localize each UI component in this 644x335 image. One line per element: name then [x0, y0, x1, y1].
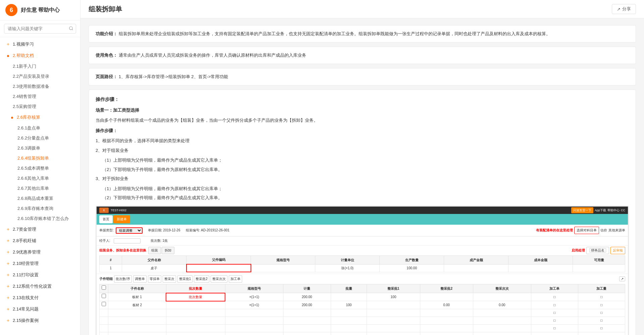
sidebar-item-2-9[interactable]: ＋ 2.9优惠券管理 — [0, 246, 80, 258]
sidebar-item-2-5[interactable]: 2.5采购管理 — [0, 102, 80, 112]
svg-point-0 — [69, 26, 72, 30]
steps-sub-title: 操作步骤： — [96, 127, 629, 134]
sidebar-item-1-label: 1.视频学习 — [13, 41, 34, 47]
mock-tab-active[interactable]: 新建单 — [113, 215, 130, 223]
step3: 3、对于拆卸业务 — [96, 175, 629, 182]
mock-app: 6 TEST-H002 闪速发货一下 App下载 帮助中心 CC — [97, 207, 628, 335]
scene1-desc: 当由多个子件材料组装成一个成品的业务为【组装】业务，当由一个父件拆分成多个子产品… — [96, 116, 629, 124]
plus-icon-2-14: ＋ — [5, 306, 11, 312]
role-label: 使用角色： — [96, 53, 117, 58]
sidebar-item-2-13[interactable]: ＋ 2.13在线支付 — [0, 292, 80, 303]
minus-icon-2: ● — [5, 53, 11, 58]
mock-checkbox-all[interactable] — [102, 285, 106, 290]
sidebar-item-2-6-3[interactable]: 2.6.3调拨单 — [0, 143, 80, 153]
mock-nav-header: 首页 新建单 — [97, 214, 628, 225]
plus-icon: ＋ — [5, 42, 11, 47]
function-intro-box: 功能介绍： 组装拆卸单用来处理企业组装或拆卸等加工业务，支持有固定装配清单的产品… — [89, 25, 636, 43]
nav-section: ＋ 1.视频学习 ● 2.帮助文档 2.1新手入门 2.2产品安装及登录 2.3… — [0, 37, 80, 328]
mock-bottom-table: 子件名称 批次数量 规格型号 计量 批量 整采批1 整采批2 整采次次 加工单 — [99, 284, 625, 335]
share-button[interactable]: ↗ 分享 — [612, 4, 636, 14]
sidebar: 6 好生意 帮助中心 ＋ 1.视频学习 ● 2.帮助文档 2.1新手入门 2.2… — [0, 0, 80, 335]
search-button[interactable] — [69, 26, 73, 32]
sidebar-item-2-7[interactable]: ＋ 2.7资金管理 — [0, 224, 80, 235]
plus-icon-2-7: ＋ — [5, 227, 11, 232]
mock-nav-tabs: 首页 新建单 — [99, 215, 130, 223]
annotation-4: 启用处理 — [572, 247, 585, 254]
plus-icon-2-8: ＋ — [5, 238, 11, 243]
sidebar-item-2-6-1[interactable]: 2.6.1盘点单 — [0, 123, 80, 133]
sidebar-item-2[interactable]: ● 2.帮助文档 — [0, 50, 80, 61]
role-box: 使用角色： 通常由生产人员或库管人员完成拆装业务的操作，库管人员确认原材料的出库… — [89, 47, 636, 64]
sidebar-item-2-label: 2.帮助文档 — [13, 53, 34, 59]
mock-row-cb-2[interactable] — [102, 302, 106, 306]
svg-line-1 — [72, 29, 73, 30]
mock-row-cb-1[interactable] — [102, 294, 106, 298]
sidebar-item-2-2-label: 2.2产品安装及登录 — [13, 74, 49, 79]
mock-select-btn[interactable]: 选择对科目单 — [574, 227, 599, 234]
sidebar-item-2-6-6[interactable]: 2.6.6其他入库单 — [0, 173, 80, 183]
step2-sub2: （2）下部明细为子件明细，最终作为原材料生成其它出库单。 — [96, 166, 629, 173]
sidebar-item-2-4-label: 2.4销售管理 — [13, 94, 36, 99]
sidebar-item-2-6-label: 2.6库存核算 — [17, 114, 40, 120]
sidebar-item-2-6-4[interactable]: 2.6.4组装拆卸单 — [0, 153, 80, 163]
sidebar-item-2-8[interactable]: ＋ 2.8手机旺铺 — [0, 235, 80, 246]
sidebar-item-2-1[interactable]: 2.1新手入门 — [0, 61, 80, 71]
plus-icon-2-9: ＋ — [5, 249, 11, 255]
site-title: 好生意 帮助中心 — [21, 7, 60, 14]
sidebar-item-2-6[interactable]: ● 2.6库存核算 — [0, 112, 80, 123]
function-intro-text: 组装拆卸单用来处理企业组装或拆卸等加工业务，支持有固定装配清单的产品加工业务，也… — [119, 31, 550, 36]
sidebar-header: 6 好生意 帮助中心 — [0, 0, 80, 20]
annotation-1: 有装配清单的在这里处理 — [536, 227, 573, 233]
function-intro-label: 功能介绍： — [96, 31, 117, 36]
steps-section: 操作步骤： 场景一：加工类型选择 当由多个子件材料组装成一个成品的业务为【组装】… — [89, 90, 636, 335]
annotation-3: 组装业务、拆卸业务在这里切换 — [99, 247, 146, 254]
sidebar-item-2-6-9[interactable]: 2.6.9库存账本查询 — [0, 204, 80, 214]
main-header: 组装拆卸单 ↗ 分享 — [80, 0, 644, 18]
sidebar-item-2-3-label: 2.3使用前数据准备 — [13, 84, 49, 89]
scene1-title: 场景一：加工类型选择 — [96, 106, 629, 114]
sidebar-item-2-6-7[interactable]: 2.6.7其他出库单 — [0, 183, 80, 193]
sidebar-item-2-4[interactable]: 2.4销售管理 — [0, 92, 80, 102]
sidebar-item-2-12[interactable]: ＋ 2.12系统个性化设置 — [0, 281, 80, 292]
search-bar-container — [0, 20, 80, 37]
minus-icon-2-6: ● — [9, 115, 15, 120]
plus-icon-2-11: ＋ — [5, 272, 11, 278]
page-title: 组装拆卸单 — [89, 5, 122, 14]
sidebar-item-2-14[interactable]: ＋ 2.14常见问题 — [0, 303, 80, 315]
sidebar-item-2-1-label: 2.1新手入门 — [13, 64, 36, 69]
search-input[interactable] — [4, 24, 76, 34]
path-text: 1、库存核算->库存管理->组装拆卸单 2、首页->常用功能 — [119, 74, 228, 79]
mock-person-input[interactable] — [114, 238, 141, 243]
main-content: 组装拆卸单 ↗ 分享 功能介绍： 组装拆卸单用来处理企业组装或拆卸等加工业务，支… — [80, 0, 644, 335]
step3-sub2: （2）下部明细为子件明细，最终作为产成品生成其它入库单。 — [96, 194, 629, 202]
plus-icon-2-13: ＋ — [5, 295, 11, 300]
role-text: 通常由生产人员或库管人员完成拆装业务的操作，库管人员确认原材料的出库和产成品的入… — [119, 53, 306, 58]
sidebar-item-2-11[interactable]: ＋ 2.11打印设置 — [0, 269, 80, 281]
logo: 6 — [5, 4, 17, 16]
content-area: 功能介绍： 组装拆卸单用来处理企业组装或拆卸等加工业务，支持有固定装配清单的产品… — [80, 18, 644, 335]
sidebar-item-2-6-2[interactable]: 2.6.2分量盘点单 — [0, 133, 80, 143]
path-label: 页面路径： — [96, 74, 117, 79]
sidebar-item-2-6-5[interactable]: 2.6.5成本调整单 — [0, 163, 80, 173]
mock-top-table: # 父件名称 父件编码 规格型号 计量单位 生产数量 成产金额 成本金额 可用量 — [99, 256, 625, 272]
sidebar-item-2-6-10[interactable]: 2.6.10库存账本错了怎么办 — [0, 214, 80, 224]
mock-type-select[interactable]: 组装调整 — [116, 227, 143, 234]
plus-icon-2-10: ＋ — [5, 261, 11, 266]
plus-icon-2-12: ＋ — [5, 284, 11, 289]
share-icon: ↗ — [617, 7, 621, 12]
screenshot-container: 6 TEST-H002 闪速发货一下 App下载 帮助中心 CC — [96, 206, 629, 335]
path-box: 页面路径： 1、库存核算->库存管理->组装拆卸单 2、首页->常用功能 — [89, 68, 636, 86]
sidebar-item-2-10[interactable]: ＋ 2.10经营管理 — [0, 258, 80, 269]
sidebar-item-2-2[interactable]: 2.2产品安装及登录 — [0, 71, 80, 81]
step3-sub1: （1）上部明细为父件明细，最终作为原材料生成其它出库单； — [96, 185, 629, 192]
step1: 1、根据不同的业务，选择不同单据的类型来处理 — [96, 137, 629, 145]
sidebar-item-2-3[interactable]: 2.3使用前数据准备 — [0, 81, 80, 92]
sidebar-item-2-15[interactable]: ＋ 2.15操作案例 — [0, 315, 80, 326]
step2-sub1: （1）上部明细为父件明细，最终作为产成品生成其它入库单； — [96, 156, 629, 164]
sidebar-item-2-6-8[interactable]: 2.6.8商品成本重算 — [0, 193, 80, 204]
sidebar-item-1[interactable]: ＋ 1.视频学习 — [0, 39, 80, 50]
mock-tab-home[interactable]: 首页 — [99, 215, 113, 223]
share-label: 分享 — [622, 6, 631, 12]
steps-title: 操作步骤： — [96, 95, 629, 104]
plus-icon-2-15: ＋ — [5, 318, 11, 323]
